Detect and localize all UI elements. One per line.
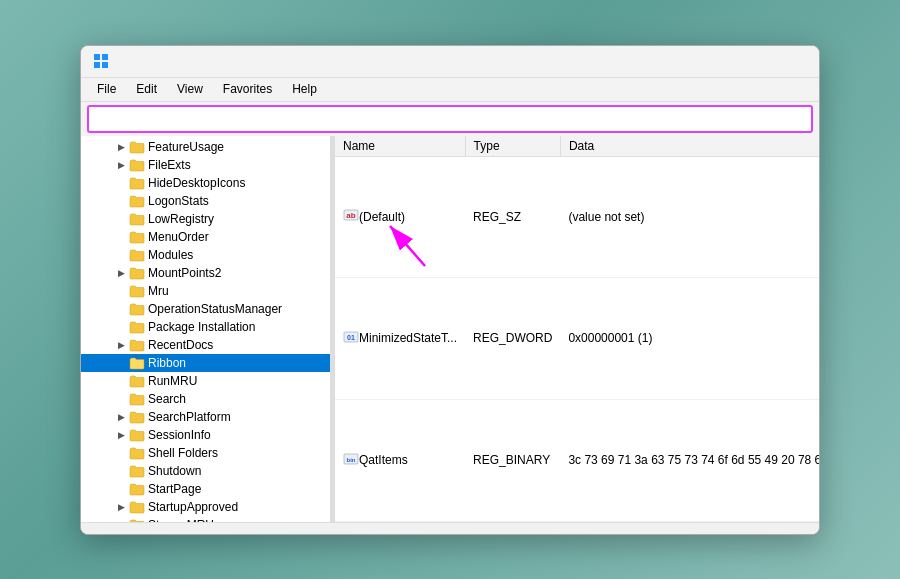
- folder-icon: [129, 320, 145, 334]
- expand-icon[interactable]: [113, 463, 129, 479]
- tree-item-label: LogonStats: [148, 194, 209, 208]
- expand-icon[interactable]: [113, 319, 129, 335]
- tree-item-fileexts[interactable]: ▶FileExts: [81, 156, 330, 174]
- registry-editor-window: File Edit View Favorites Help ▶FeatureUs…: [80, 45, 820, 535]
- tree-item-label: Shutdown: [148, 464, 201, 478]
- col-data[interactable]: Data: [560, 136, 819, 157]
- tree-item-label: Mru: [148, 284, 169, 298]
- table-row[interactable]: ab(Default)REG_SZ(value not set): [335, 156, 819, 278]
- tree-item-mru[interactable]: Mru: [81, 282, 330, 300]
- reg-sz-icon: ab: [343, 208, 359, 225]
- cell-type: REG_BINARY: [465, 399, 560, 521]
- expand-icon[interactable]: ▶: [113, 409, 129, 425]
- menu-help[interactable]: Help: [284, 80, 325, 98]
- folder-icon: [129, 446, 145, 460]
- folder-icon: [129, 194, 145, 208]
- folder-icon: [129, 464, 145, 478]
- app-icon: [93, 53, 109, 69]
- registry-table: Name Type Data ab(Default)REG_SZ(value n…: [335, 136, 819, 522]
- tree-item-shutdown[interactable]: Shutdown: [81, 462, 330, 480]
- expand-icon[interactable]: [113, 229, 129, 245]
- tree-item-startupapproved[interactable]: ▶StartupApproved: [81, 498, 330, 516]
- tree-item-menuorder[interactable]: MenuOrder: [81, 228, 330, 246]
- svg-rect-0: [94, 54, 100, 60]
- menu-favorites[interactable]: Favorites: [215, 80, 280, 98]
- expand-icon[interactable]: ▶: [113, 337, 129, 353]
- col-type[interactable]: Type: [465, 136, 560, 157]
- tree-item-ribbon[interactable]: Ribbon: [81, 354, 330, 372]
- tree-item-sessioninfo[interactable]: ▶SessionInfo: [81, 426, 330, 444]
- expand-icon[interactable]: ▶: [113, 157, 129, 173]
- tree-item-operationstatusmanager[interactable]: OperationStatusManager: [81, 300, 330, 318]
- minimize-button[interactable]: [669, 45, 715, 77]
- folder-icon: [129, 356, 145, 370]
- tree-item-label: OperationStatusManager: [148, 302, 282, 316]
- menu-bar: File Edit View Favorites Help: [81, 78, 819, 102]
- tree-item-runmru[interactable]: RunMRU: [81, 372, 330, 390]
- folder-icon: [129, 302, 145, 316]
- tree-item-hidedesktopicons[interactable]: HideDesktopIcons: [81, 174, 330, 192]
- entry-name: QatItems: [359, 453, 408, 467]
- expand-icon[interactable]: [113, 301, 129, 317]
- tree-item-lowregistry[interactable]: LowRegistry: [81, 210, 330, 228]
- tree-item-label: Ribbon: [148, 356, 186, 370]
- table-row[interactable]: binQatItemsREG_BINARY3c 73 69 71 3a 63 7…: [335, 399, 819, 521]
- tree-item-package-installation[interactable]: Package Installation: [81, 318, 330, 336]
- expand-icon[interactable]: ▶: [113, 499, 129, 515]
- folder-icon: [129, 158, 145, 172]
- expand-icon[interactable]: [113, 283, 129, 299]
- folder-icon: [129, 428, 145, 442]
- window-controls: [669, 45, 807, 77]
- reg-dword-icon: 01: [343, 330, 359, 347]
- tree-item-logonstats[interactable]: LogonStats: [81, 192, 330, 210]
- expand-icon[interactable]: [113, 193, 129, 209]
- tree-item-label: LowRegistry: [148, 212, 214, 226]
- expand-icon[interactable]: ▶: [113, 139, 129, 155]
- tree-item-mountpoints2[interactable]: ▶MountPoints2: [81, 264, 330, 282]
- reg-binary-icon: bin: [343, 452, 359, 469]
- expand-icon[interactable]: [113, 391, 129, 407]
- tree-item-label: Modules: [148, 248, 193, 262]
- tree-item-featureusage[interactable]: ▶FeatureUsage: [81, 138, 330, 156]
- menu-view[interactable]: View: [169, 80, 211, 98]
- folder-icon: [129, 212, 145, 226]
- folder-icon: [129, 338, 145, 352]
- tree-item-modules[interactable]: Modules: [81, 246, 330, 264]
- tree-item-shell-folders[interactable]: Shell Folders: [81, 444, 330, 462]
- tree-item-recentdocs[interactable]: ▶RecentDocs: [81, 336, 330, 354]
- menu-file[interactable]: File: [89, 80, 124, 98]
- tree-item-label: Shell Folders: [148, 446, 218, 460]
- tree-item-label: SearchPlatform: [148, 410, 231, 424]
- expand-icon[interactable]: [113, 211, 129, 227]
- expand-icon[interactable]: [113, 445, 129, 461]
- expand-icon[interactable]: [113, 373, 129, 389]
- svg-rect-3: [102, 62, 108, 68]
- expand-icon[interactable]: ▶: [113, 427, 129, 443]
- expand-icon[interactable]: [113, 355, 129, 371]
- expand-icon[interactable]: ▶: [113, 265, 129, 281]
- tree-item-search[interactable]: Search: [81, 390, 330, 408]
- tree-item-searchplatform[interactable]: ▶SearchPlatform: [81, 408, 330, 426]
- horizontal-scrollbar[interactable]: [81, 522, 819, 534]
- tree-panel[interactable]: ▶FeatureUsage▶FileExts HideDesktopIcons …: [81, 136, 331, 522]
- expand-icon[interactable]: [113, 481, 129, 497]
- data-panel: Name Type Data ab(Default)REG_SZ(value n…: [335, 136, 819, 522]
- folder-icon: [129, 392, 145, 406]
- cell-name: ab(Default): [335, 156, 465, 278]
- close-button[interactable]: [761, 45, 807, 77]
- maximize-button[interactable]: [715, 45, 761, 77]
- expand-icon[interactable]: [113, 175, 129, 191]
- address-bar[interactable]: [87, 105, 813, 133]
- title-bar: [81, 46, 819, 78]
- tree-item-label: Package Installation: [148, 320, 255, 334]
- menu-edit[interactable]: Edit: [128, 80, 165, 98]
- cell-name: binQatItems: [335, 399, 465, 521]
- tree-item-label: Search: [148, 392, 186, 406]
- col-name[interactable]: Name: [335, 136, 465, 157]
- svg-text:01: 01: [347, 334, 355, 341]
- folder-icon: [129, 176, 145, 190]
- tree-item-startpage[interactable]: StartPage: [81, 480, 330, 498]
- expand-icon[interactable]: [113, 247, 129, 263]
- table-row[interactable]: 01MinimizedStateT...REG_DWORD0x00000001 …: [335, 278, 819, 400]
- main-content: ▶FeatureUsage▶FileExts HideDesktopIcons …: [81, 136, 819, 522]
